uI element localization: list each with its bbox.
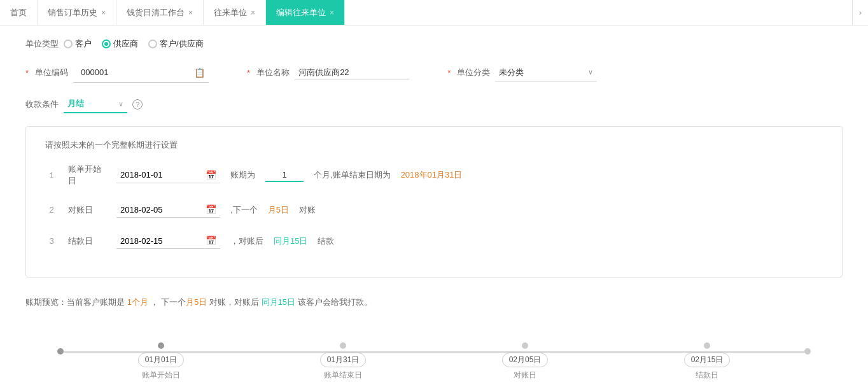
- period-num-1: 1: [45, 171, 58, 180]
- unit-category-required: *: [447, 68, 451, 78]
- unit-category-label: 单位分类: [457, 67, 490, 78]
- period-suffix-before-1: 账期为: [230, 169, 255, 181]
- node-dot-3: [522, 342, 528, 349]
- main-content: 单位类型 客户 供应商 客户/供应商 * 单位编码: [0, 25, 868, 387]
- period-label-3: 结款日: [68, 236, 106, 247]
- node-pill-2: 01月31日: [320, 353, 367, 367]
- unit-code-label: 单位编码: [35, 67, 68, 78]
- period-date-3-wrapper: 📅: [116, 233, 220, 249]
- tab-partner-units-label: 往来单位: [214, 7, 247, 18]
- preview-part1: 1个月: [127, 297, 148, 307]
- close-cash-work-icon[interactable]: ×: [188, 8, 193, 17]
- chevron-down-icon: ∨: [588, 68, 593, 76]
- unit-code-input-wrapper: 📋: [73, 62, 209, 83]
- period-row-3: 3 结款日 📅 ，对账后 同月15日 结款: [45, 233, 823, 249]
- unit-code-input[interactable]: [77, 65, 192, 80]
- tab-cash-work-label: 钱货日清工作台: [127, 7, 185, 18]
- close-sales-history-icon[interactable]: ×: [101, 8, 106, 17]
- unit-type-row: 单位类型 客户 供应商 客户/供应商: [25, 38, 843, 50]
- tab-more-button[interactable]: ›: [852, 0, 868, 25]
- unit-name-required: *: [247, 68, 250, 78]
- radio-customer-circle: [64, 39, 73, 48]
- tab-home[interactable]: 首页: [0, 0, 38, 25]
- node-pill-3: 02月05日: [502, 353, 549, 367]
- node-dot-4: [704, 342, 710, 349]
- unit-code-field: * 单位编码 📋: [25, 62, 209, 83]
- node-label-4: 结款日: [696, 370, 718, 381]
- period-num-2: 2: [45, 205, 58, 215]
- close-partner-units-icon[interactable]: ×: [251, 8, 255, 17]
- radio-supplier[interactable]: 供应商: [102, 38, 138, 50]
- unit-code-required: *: [25, 68, 29, 78]
- period-row-2: 2 对账日 📅 ,下一个月5日 对账: [45, 202, 823, 218]
- node-label-3: 对账日: [514, 370, 536, 381]
- unit-name-label: 单位名称: [256, 67, 290, 78]
- period-suffix-after-3: 结款: [318, 236, 334, 247]
- calendar-icon-3[interactable]: 📅: [206, 236, 216, 246]
- timeline-node-1: 01月01日 账单开始日: [138, 342, 185, 381]
- calendar-icon-1[interactable]: 📅: [206, 170, 216, 180]
- timeline: 01月01日 账单开始日 01月31日 账单结束日 02月05日 对账日 02月…: [25, 330, 843, 387]
- radio-customer[interactable]: 客户: [64, 38, 92, 50]
- period-date-1-input[interactable]: [120, 170, 203, 179]
- preview-part2-highlight: 月5日: [186, 297, 207, 307]
- payment-condition-value: 月结: [67, 98, 84, 109]
- period-highlight-date-1: 2018年01月31日: [401, 169, 463, 181]
- period-suffix-after-1: 个月,账单结束日期为: [314, 169, 391, 181]
- period-date-2-wrapper: 📅: [116, 202, 220, 218]
- period-box-title: 请按照未来的一个完整帐期进行设置: [45, 139, 823, 151]
- payment-condition-field: 收款条件 月结 ∨ ?: [25, 95, 143, 113]
- timeline-node-3: 02月05日 对账日: [502, 342, 549, 381]
- tab-bar: 首页 销售订单历史 × 钱货日清工作台 × 往来单位 × 编辑往来单位 × ›: [0, 0, 868, 25]
- period-value-input[interactable]: [265, 169, 304, 182]
- copy-icon[interactable]: 📋: [194, 67, 205, 78]
- preview-sep1: ，: [150, 297, 158, 307]
- tab-cash-work[interactable]: 钱货日清工作台 ×: [116, 0, 204, 25]
- unit-category-select[interactable]: 未分类 ∨: [495, 64, 597, 81]
- node-pill-4: 02月15日: [684, 353, 731, 367]
- tab-edit-partner-label: 编辑往来单位: [276, 7, 326, 18]
- period-label-1: 账单开始日: [68, 164, 106, 186]
- radio-supplier-circle: [102, 39, 111, 48]
- radio-customer-label: 客户: [75, 38, 92, 50]
- period-date-3-input[interactable]: [120, 236, 203, 246]
- unit-name-field: * 单位名称: [247, 65, 409, 80]
- unit-category-value: 未分类: [499, 67, 524, 78]
- tab-sales-history[interactable]: 销售订单历史 ×: [38, 0, 116, 25]
- payment-condition-select[interactable]: 月结 ∨: [64, 95, 127, 113]
- radio-both[interactable]: 客户/供应商: [148, 38, 204, 50]
- period-row-1: 1 账单开始日 📅 账期为 个月,账单结束日期为 2018年01月31日: [45, 164, 823, 186]
- unit-type-radio-group: 客户 供应商 客户/供应商: [64, 38, 204, 50]
- preview-part3: 同月15日: [262, 297, 295, 307]
- timeline-node-2: 01月31日 账单结束日: [320, 342, 367, 381]
- calendar-icon-2[interactable]: 📅: [206, 204, 216, 215]
- period-suffix-before-3: ，对账后: [230, 236, 263, 247]
- close-edit-partner-icon[interactable]: ×: [330, 8, 334, 17]
- tab-home-label: 首页: [10, 7, 27, 18]
- payment-condition-label: 收款条件: [25, 99, 59, 110]
- tab-sales-history-label: 销售订单历史: [48, 7, 97, 18]
- period-box: 请按照未来的一个完整帐期进行设置 1 账单开始日 📅 账期为 个月,账单结束日期…: [25, 126, 843, 278]
- period-label-2: 对账日: [68, 204, 106, 216]
- timeline-node-4: 02月15日 结款日: [684, 342, 731, 381]
- period-highlight-2: 月5日: [268, 204, 289, 216]
- unit-category-field: * 单位分类 未分类 ∨: [447, 64, 597, 81]
- period-suffix-before-2: ,下一个: [230, 204, 258, 216]
- period-date-2-input[interactable]: [120, 205, 203, 215]
- help-icon[interactable]: ?: [132, 99, 143, 109]
- tab-partner-units[interactable]: 往来单位 ×: [204, 0, 266, 25]
- unit-type-label: 单位类型: [25, 38, 59, 50]
- node-label-2: 账单结束日: [324, 370, 362, 381]
- period-num-3: 3: [45, 236, 58, 246]
- unit-name-input[interactable]: [295, 65, 409, 80]
- radio-supplier-label: 供应商: [113, 38, 138, 50]
- preview-part2-prefix: 下一个: [161, 297, 186, 307]
- radio-both-circle: [148, 39, 157, 48]
- payment-condition-row: 收款条件 月结 ∨ ?: [25, 95, 843, 113]
- tab-edit-partner[interactable]: 编辑往来单位 ×: [266, 0, 345, 25]
- unit-type-field: 单位类型 客户 供应商 客户/供应商: [25, 38, 204, 50]
- preview-label: 账期预览：当前客户账期是: [25, 297, 125, 307]
- preview-section: 账期预览：当前客户账期是 1个月 ， 下一个月5日 对账，对账后 同月15日 该…: [25, 290, 843, 314]
- node-dot-2: [340, 342, 346, 349]
- preview-suffix: 该客户会给我打款。: [298, 297, 372, 307]
